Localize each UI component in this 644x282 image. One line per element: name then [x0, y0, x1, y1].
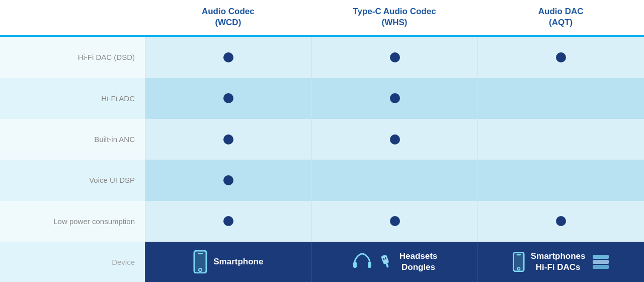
comparison-table: Audio Codec (WCD) Type-C Audio Codec (WH…: [0, 0, 644, 282]
svg-rect-10: [517, 254, 521, 256]
row-label-2: Built-in ANC: [0, 119, 145, 160]
cell-2-1: [311, 119, 478, 160]
cell-4-2: [477, 201, 644, 242]
cell-3-1: [311, 160, 478, 200]
body-rows: Hi-Fi DAC (DSD) Hi-Fi ADC Built-in ANC V…: [0, 37, 644, 242]
row-label-3: Voice UI DSP: [0, 160, 145, 200]
device-label: Device: [0, 242, 145, 282]
row-label-0: Hi-Fi DAC (DSD): [0, 37, 145, 78]
svg-rect-1: [198, 253, 203, 254]
smartphone-icon: [193, 250, 207, 273]
header-col-2-line1: Type-C Audio Codec: [353, 7, 436, 16]
cell-0-0: [145, 37, 311, 78]
dot-icon: [223, 216, 233, 226]
svg-rect-13: [593, 260, 609, 264]
cell-0-1: [311, 37, 478, 78]
header-col-1-line2: (WCD): [215, 18, 241, 27]
cell-0-2: [477, 37, 644, 78]
device-name-smartphone: Smartphone: [213, 256, 263, 267]
cell-2-0: [145, 119, 311, 160]
dot-icon: [390, 52, 400, 62]
dot-icon: [390, 93, 400, 103]
device-content-headsets: HeadsetsDongles: [352, 251, 438, 273]
table-row: Low power consumption: [0, 201, 644, 242]
header-col-1: Audio Codec (WCD): [145, 0, 311, 35]
header-col-2-line2: (WHS): [382, 18, 408, 27]
table-row: Voice UI DSP: [0, 160, 644, 200]
table-row: Built-in ANC: [0, 119, 644, 160]
dongle-icon: [376, 252, 395, 271]
header-col-3: Audio DAC (AQT): [477, 0, 644, 35]
row-label-4: Low power consumption: [0, 201, 145, 242]
smartphone-icon-2: [513, 252, 525, 272]
cell-4-0: [145, 201, 311, 242]
dot-icon: [390, 134, 400, 145]
header-col-2: Type-C Audio Codec (WHS): [311, 0, 478, 35]
device-name-hifi: SmartphonesHi-Fi DACs: [531, 251, 586, 273]
dot-icon: [223, 134, 233, 145]
dot-icon: [556, 216, 566, 226]
row-label-1: Hi-Fi ADC: [0, 78, 145, 119]
dot-icon: [223, 93, 233, 103]
header-col-1-line1: Audio Codec: [202, 7, 255, 16]
dot-icon: [223, 52, 233, 62]
svg-rect-12: [593, 255, 609, 259]
cell-4-1: [311, 201, 478, 242]
svg-rect-4: [368, 262, 371, 268]
dot-icon: [556, 52, 566, 62]
header-col-3-line1: Audio DAC: [538, 7, 584, 16]
dot-icon: [390, 216, 400, 226]
headphone-icon: [352, 253, 372, 271]
svg-rect-3: [353, 262, 357, 268]
device-content-hifi: SmartphonesHi-Fi DACs: [513, 251, 610, 273]
device-name-headsets: HeadsetsDongles: [399, 251, 438, 273]
table-row: Hi-Fi DAC (DSD): [0, 37, 644, 78]
cell-2-2: [477, 119, 644, 160]
device-cell-smartphone: Smartphone: [145, 242, 311, 282]
table-row: Hi-Fi ADC: [0, 78, 644, 119]
cell-1-1: [311, 78, 478, 119]
cell-1-2: [477, 78, 644, 119]
svg-rect-14: [593, 265, 609, 269]
cell-3-0: [145, 160, 311, 200]
header-col-3-line2: (AQT): [549, 18, 573, 27]
cell-1-0: [145, 78, 311, 119]
header-row: Audio Codec (WCD) Type-C Audio Codec (WH…: [0, 0, 644, 37]
svg-rect-5: [381, 255, 389, 264]
cell-3-2: [477, 160, 644, 200]
header-label-empty: [0, 0, 145, 35]
dot-icon: [223, 175, 233, 185]
device-cell-hifi: SmartphonesHi-Fi DACs: [477, 242, 644, 282]
device-cell-headsets: HeadsetsDongles: [311, 242, 478, 282]
books-icon: [592, 253, 610, 271]
device-content-smartphone: Smartphone: [193, 250, 263, 273]
device-row: Device Smartphone: [0, 242, 644, 282]
